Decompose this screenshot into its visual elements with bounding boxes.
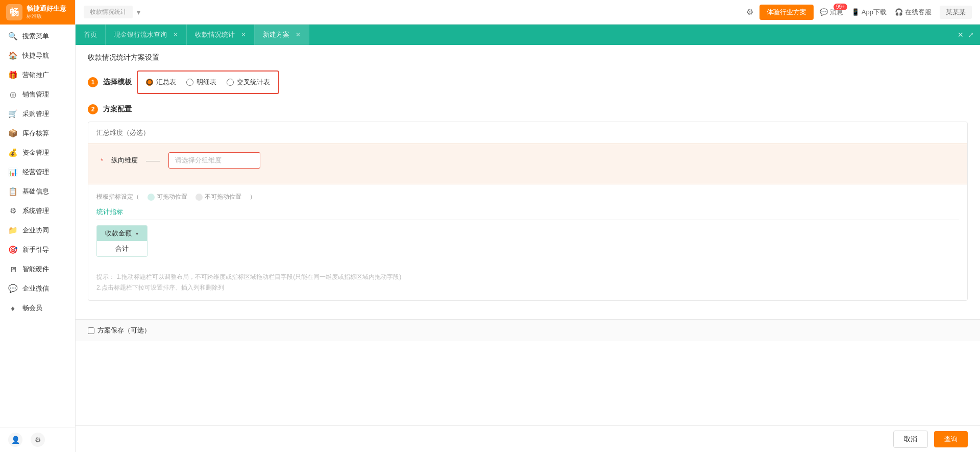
tab-bank-flow[interactable]: 现金银行流水查询 ✕ xyxy=(106,25,187,45)
box-icon: 📦 xyxy=(8,129,17,138)
header-right: 💬 消息 99+ 📱 App下载 🎧 在线客服 某某某 xyxy=(820,6,972,19)
tab-new-plan[interactable]: 新建方案 ✕ xyxy=(255,25,309,45)
tab-bank-flow-label: 现金银行流水查询 xyxy=(114,30,167,39)
radio-summary-input[interactable] xyxy=(146,79,153,86)
maximize-icon[interactable]: ⤢ xyxy=(968,31,974,39)
page-title: 收款情况统计方案设置 xyxy=(88,53,968,62)
diamond-icon: ♦ xyxy=(8,303,17,313)
sidebar-item-label: 智能硬件 xyxy=(22,265,49,274)
circle-icon: ◎ xyxy=(8,90,17,99)
message-button[interactable]: 💬 消息 99+ xyxy=(820,8,843,17)
chevron-down-icon: ▾ xyxy=(137,8,140,16)
cancel-button[interactable]: 取消 xyxy=(893,431,928,448)
content-area: 收款情况统计方案设置 1 选择模板 汇总表 xyxy=(76,45,980,425)
search-icon: 🔍 xyxy=(8,32,17,41)
step1-header: 1 选择模板 汇总表 明细表 xyxy=(88,70,968,94)
dimension-selector[interactable]: 请选择分组维度 xyxy=(168,152,260,169)
user-info[interactable]: 某某某 xyxy=(940,6,972,19)
sidebar-item-label: 采购管理 xyxy=(22,109,49,118)
clipboard-icon: 📋 xyxy=(8,187,17,196)
sidebar-item-member[interactable]: ♦ 畅会员 xyxy=(0,298,75,318)
indicators-section: 模板指标设定（ 可拖动位置 不可拖动位置 ） xyxy=(88,184,967,267)
sidebar-item-hardware[interactable]: 🖥 智能硬件 xyxy=(0,259,75,279)
breadcrumb: 收款情况统计 ▾ xyxy=(84,6,740,18)
radio-summary-label: 汇总表 xyxy=(156,78,176,87)
settings-icon[interactable]: ⚙ xyxy=(31,433,45,447)
sidebar-item-search-menu[interactable]: 🔍 搜索菜单 xyxy=(0,27,75,46)
breadcrumb-text: 收款情况统计 xyxy=(84,6,133,18)
sidebar-item-marketing[interactable]: 🎁 营销推广 xyxy=(0,65,75,85)
chart-icon: 📊 xyxy=(8,168,17,177)
config-area: 汇总维度（必选） * 纵向维度 —— 请选择分组维度 xyxy=(88,122,968,301)
radio-detail[interactable]: 明细表 xyxy=(186,78,216,87)
sidebar-item-label: 资金管理 xyxy=(22,148,49,157)
nondraggable-hint: 不可拖动位置 xyxy=(195,193,241,201)
radio-summary[interactable]: 汇总表 xyxy=(146,78,176,87)
page-content: 收款情况统计方案设置 1 选择模板 汇总表 xyxy=(76,45,980,319)
step1-title: 选择模板 xyxy=(103,78,132,87)
sidebar-item-operations[interactable]: 📊 经营管理 xyxy=(0,162,75,182)
tab-new-plan-label: 新建方案 xyxy=(263,30,289,39)
sidebar-item-guide[interactable]: 🎯 新手引导 xyxy=(0,240,75,259)
tab-close-icon[interactable]: ✕ xyxy=(173,31,178,38)
sidebar-item-label: 企业协同 xyxy=(22,226,49,235)
app-download-label: App下载 xyxy=(862,8,887,17)
sidebar-item-purchase[interactable]: 🛒 采购管理 xyxy=(0,104,75,124)
dimension-row: * 纵向维度 —— 请选择分组维度 xyxy=(101,152,955,169)
chat-icon: 💬 xyxy=(8,284,17,293)
monitor-icon: 🖥 xyxy=(8,265,17,274)
sidebar-item-enterprise[interactable]: 📁 企业协同 xyxy=(0,221,75,240)
user-avatar[interactable]: 👤 xyxy=(8,433,22,447)
settings-gear-icon[interactable]: ⚙ xyxy=(746,7,753,17)
tab-close-icon[interactable]: ✕ xyxy=(241,31,246,38)
tab-collection-stats[interactable]: 收款情况统计 ✕ xyxy=(187,25,255,45)
page-footer: 方案保存（可选） xyxy=(76,319,980,341)
sidebar-item-label: 搜索菜单 xyxy=(22,32,49,41)
sidebar-item-quick-nav[interactable]: 🏠 快捷导航 xyxy=(0,46,75,65)
sidebar-item-sales[interactable]: ◎ 销售管理 xyxy=(0,85,75,104)
tabs-spacer xyxy=(309,25,951,45)
radio-cross-input[interactable] xyxy=(227,79,234,86)
money-icon: 💰 xyxy=(8,148,17,157)
radio-cross[interactable]: 交叉统计表 xyxy=(227,78,270,87)
close-window-icon[interactable]: ✕ xyxy=(958,31,964,39)
sidebar-item-finance[interactable]: 💰 资金管理 xyxy=(0,143,75,162)
nondraggable-label: 不可拖动位置 xyxy=(205,193,241,201)
indicators-label: 统计指标 xyxy=(96,207,959,220)
sidebar-item-inventory[interactable]: 📦 库存核算 xyxy=(0,124,75,143)
template-options: 汇总表 明细表 交叉统计表 xyxy=(137,70,279,94)
cart-icon: 🛒 xyxy=(8,109,17,118)
dimension-label: 汇总维度（必选） xyxy=(88,122,967,137)
trial-button[interactable]: 体验行业方案 xyxy=(760,5,814,20)
sidebar-nav: 🔍 搜索菜单 🏠 快捷导航 🎁 营销推广 ◎ 销售管理 🛒 采购管理 📦 库存核… xyxy=(0,25,75,427)
radio-detail-input[interactable] xyxy=(186,79,193,86)
sidebar-item-label: 库存核算 xyxy=(22,129,49,138)
logo-icon: 畅 xyxy=(6,4,22,20)
headset-icon: 🎧 xyxy=(895,8,903,16)
step2-header: 2 方案配置 xyxy=(88,104,968,114)
indicator-card[interactable]: 收款金额 ▾ 合计 xyxy=(96,225,148,257)
online-support-button[interactable]: 🎧 在线客服 xyxy=(895,8,932,17)
sidebar-item-system[interactable]: ⚙ 系统管理 xyxy=(0,201,75,221)
tab-home[interactable]: 首页 xyxy=(76,25,106,45)
message-icon: 💬 xyxy=(820,8,828,16)
save-label: 方案保存（可选） xyxy=(97,326,151,335)
query-button[interactable]: 查询 xyxy=(934,431,968,447)
save-option[interactable]: 方案保存（可选） xyxy=(88,326,968,335)
bottom-bar: 取消 查询 xyxy=(76,425,980,452)
draggable-dot xyxy=(148,194,155,201)
message-badge: 99+ xyxy=(834,4,847,10)
required-marker: * xyxy=(101,157,103,164)
tab-close-icon[interactable]: ✕ xyxy=(296,31,301,38)
indicator-card-header: 收款金额 ▾ xyxy=(97,226,147,241)
app-download-button[interactable]: 📱 App下载 xyxy=(851,8,887,17)
draggable-label: 可拖动位置 xyxy=(157,193,187,201)
step2-title: 方案配置 xyxy=(103,105,132,114)
dimension-arrow: —— xyxy=(146,156,160,164)
save-checkbox[interactable] xyxy=(88,327,94,334)
sidebar-item-basic-info[interactable]: 📋 基础信息 xyxy=(0,182,75,201)
radio-detail-label: 明细表 xyxy=(197,78,216,87)
sidebar-item-label: 经营管理 xyxy=(22,168,49,177)
sidebar-item-wechat[interactable]: 💬 企业微信 xyxy=(0,279,75,298)
sidebar: 畅 畅捷通好生意 标准版 🔍 搜索菜单 🏠 快捷导航 🎁 营销推广 ◎ 销售管理… xyxy=(0,0,76,452)
